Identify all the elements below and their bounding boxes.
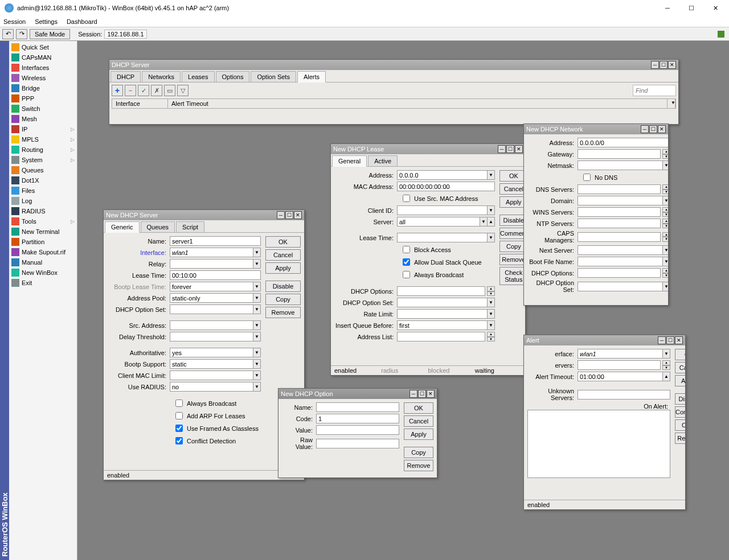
up-icon[interactable]: ▲ [662,149,668,154]
expand-icon[interactable]: ▼ [253,370,261,380]
comment-button[interactable]: Comment [675,406,685,418]
down-icon[interactable]: ▼ [487,291,495,297]
relay-input[interactable] [170,259,253,269]
dropdown-icon[interactable]: ▼ [253,282,261,291]
expand-icon[interactable]: ▼ [662,160,668,170]
boot-input[interactable] [578,257,663,266]
dropdown-icon[interactable]: ▼ [253,382,261,392]
maximize-icon[interactable]: ☐ [660,61,667,69]
close-icon[interactable]: ✕ [294,211,302,219]
value-input[interactable] [316,425,399,435]
sidebar-item-switch[interactable]: Switch [9,104,77,114]
filter-button[interactable]: ▽ [177,85,189,96]
minimize-icon[interactable]: ─ [277,211,285,219]
dropdown-icon[interactable]: ▼ [253,248,261,257]
netmask-input[interactable] [578,160,663,170]
remove-button[interactable]: Remove [265,307,301,318]
sidebar-item-tools[interactable]: Tools▷ [9,216,77,227]
address-input[interactable] [397,170,488,180]
close-icon[interactable]: ✕ [515,145,523,153]
dhcp-opset-input[interactable] [578,282,663,291]
remove-button[interactable]: Remove [675,433,685,444]
tab-general[interactable]: General [332,155,367,167]
dropdown-icon[interactable]: ▼ [253,359,261,369]
sidebar-item-dot1x[interactable]: Dot1X [9,175,77,186]
checkbox[interactable] [175,400,183,407]
maximize-icon[interactable]: ☐ [285,211,293,219]
caps-input[interactable] [578,232,661,242]
expand-icon[interactable]: ▼ [487,309,495,319]
expand-icon[interactable]: ▼ [662,196,668,205]
sidebar-item-log[interactable]: Log [9,196,77,206]
up-icon[interactable]: ▲ [662,207,668,212]
client-id-input[interactable] [397,205,488,215]
checkbox[interactable] [403,271,410,278]
expand-icon[interactable]: ▼ [253,259,261,269]
collapse-icon[interactable]: ▲ [487,217,495,227]
raw-input[interactable] [316,439,399,448]
mac-input[interactable] [397,182,495,191]
remove-button[interactable]: Remove [404,460,433,471]
copy-button[interactable]: Copy [675,419,685,431]
new-dhcp-option-titlebar[interactable]: New DHCP Option ─☐✕ [279,389,437,399]
minimize-icon[interactable]: ─ [498,145,506,153]
close-icon[interactable]: ✕ [668,61,676,69]
maximize-icon[interactable]: ☐ [649,125,657,133]
apply-button[interactable]: Apply [404,429,433,440]
lease-time-input[interactable] [170,270,261,280]
pool-input[interactable] [170,293,253,303]
copy-button[interactable]: Copy [265,294,301,305]
disable-button[interactable]: Disable [675,393,685,405]
tab-queues[interactable]: Queues [141,221,175,232]
alert-titlebar[interactable]: Alert ─☐✕ [524,335,685,345]
maximize-button[interactable]: ☐ [685,2,698,14]
up-icon[interactable]: ▲ [662,268,668,273]
addr-list-input[interactable] [397,332,485,341]
tab-active[interactable]: Active [368,155,398,166]
col-dropdown[interactable]: ▼ [667,99,675,108]
ok-button[interactable]: OK [675,349,685,360]
copy-button[interactable]: Copy [499,241,525,252]
disable-button[interactable]: Disable [499,215,525,226]
col-alert-timeout[interactable]: Alert Timeout [168,99,667,108]
ok-button[interactable]: OK [404,402,433,414]
down-icon[interactable]: ▼ [487,337,495,342]
sidebar-item-radius[interactable]: RADIUS [9,206,77,216]
queue-input[interactable] [397,320,488,330]
expand-icon[interactable]: ▼ [662,257,668,266]
close-icon[interactable]: ✕ [658,125,666,133]
maximize-icon[interactable]: ☐ [506,145,514,153]
expand-icon[interactable]: ▼ [662,245,668,255]
cancel-button[interactable]: Cancel [265,249,301,261]
dropdown-icon[interactable]: ▼ [253,293,261,303]
name-input[interactable] [316,402,399,412]
sidebar-item-quick-set[interactable]: Quick Set [9,42,77,52]
comment-button[interactable]: Comment [499,228,525,239]
tab-leases[interactable]: Leases [182,71,214,82]
comment-button[interactable]: ▭ [164,85,175,96]
remove-button[interactable]: Remove [499,254,525,265]
bootp-sup-input[interactable] [170,359,253,369]
down-icon[interactable]: ▼ [662,190,668,195]
sidebar-item-routing[interactable]: Routing▷ [9,145,77,155]
interface-input[interactable] [170,248,253,257]
address-input[interactable] [578,138,668,147]
down-icon[interactable]: ▼ [662,365,670,370]
apply-button[interactable]: Apply [675,375,685,386]
dropdown-icon[interactable]: ▼ [487,320,495,330]
add-button[interactable]: + [112,85,123,96]
disable-button[interactable]: ✗ [151,85,162,96]
enable-button[interactable]: ✓ [138,85,149,96]
servers-input[interactable] [578,360,661,370]
code-input[interactable] [316,414,399,423]
sidebar-item-partition[interactable]: Partition [9,237,77,247]
check-button[interactable]: Check Status [499,267,525,285]
dhcp-opts-input[interactable] [397,286,485,296]
dropdown-icon[interactable]: ▼ [487,170,495,180]
new-dhcp-lease-titlebar[interactable]: New DHCP Lease ─☐✕ [331,144,525,154]
new-dhcp-network-titlebar[interactable]: New DHCP Network ─☐✕ [524,124,668,134]
close-button[interactable]: ✕ [708,2,722,14]
sidebar-item-bridge[interactable]: Bridge [9,83,77,93]
expand-icon[interactable]: ▼ [253,332,261,341]
auth-input[interactable] [170,348,253,357]
